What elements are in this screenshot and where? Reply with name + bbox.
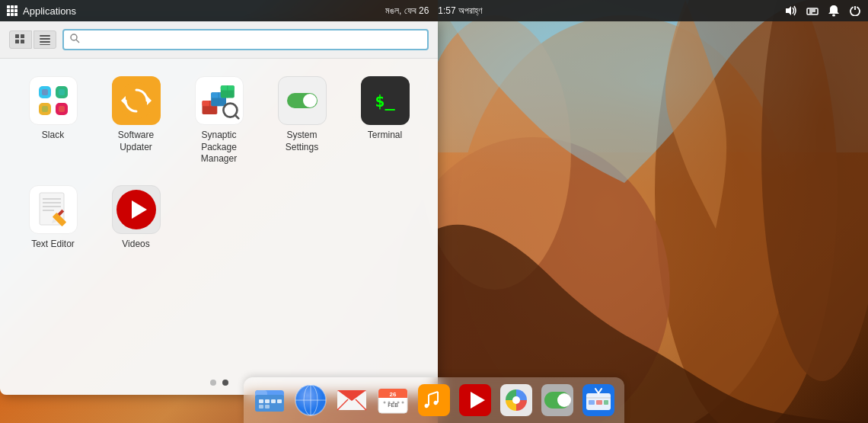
svg-rect-8 (14, 5, 18, 8)
list-view-button[interactable] (34, 30, 56, 49)
dock-item-files[interactable] (251, 382, 288, 418)
view-toggle (9, 30, 56, 49)
svg-rect-21 (15, 34, 19, 38)
software-updater-label: Software Updater (106, 130, 167, 153)
svg-rect-27 (40, 41, 50, 43)
svg-point-90 (384, 402, 386, 404)
svg-rect-37 (42, 106, 48, 112)
svg-point-92 (393, 402, 395, 404)
svg-rect-28 (40, 44, 50, 45)
panel-right (784, 4, 862, 18)
svg-line-52 (235, 115, 238, 119)
notification-icon[interactable] (827, 4, 841, 18)
grid-view-button[interactable] (9, 30, 32, 49)
dock-item-browser[interactable] (292, 382, 329, 418)
launcher-toolbar (0, 21, 438, 59)
svg-line-30 (76, 40, 79, 43)
slack-label: Slack (42, 130, 64, 142)
svg-rect-112 (604, 400, 608, 405)
panel-center: মঙল, ফেব 26 1:57 অপরাহ্ণ (385, 5, 483, 16)
search-icon (70, 34, 80, 46)
svg-point-54 (303, 94, 317, 107)
dock-item-music[interactable] (416, 382, 452, 418)
system-settings-label: System Settings (272, 130, 333, 153)
dock-item-photos[interactable] (498, 382, 535, 418)
svg-rect-36 (59, 89, 65, 95)
svg-point-94 (402, 402, 404, 404)
svg-rect-38 (59, 106, 65, 112)
app-item-system-settings[interactable]: System Settings (264, 70, 340, 171)
app-launcher: Slack Software Updater (0, 21, 438, 395)
svg-point-91 (388, 402, 391, 404)
videos-icon (112, 185, 161, 234)
svg-rect-95 (418, 384, 450, 416)
svg-rect-25 (40, 35, 50, 37)
svg-rect-35 (42, 89, 48, 95)
app-item-software-updater[interactable]: Software Updater (98, 70, 174, 171)
terminal-label: Terminal (368, 130, 402, 142)
taskbar: 26 FEB (244, 377, 624, 423)
text-editor-label: Text Editor (31, 239, 75, 251)
svg-rect-111 (596, 400, 602, 405)
svg-rect-6 (7, 5, 10, 8)
dot-1[interactable] (210, 380, 216, 386)
network-icon[interactable] (806, 4, 819, 18)
app-item-text-editor[interactable]: Text Editor (15, 179, 91, 257)
svg-point-29 (71, 34, 77, 40)
applications-icon (6, 5, 18, 17)
svg-rect-69 (265, 399, 270, 403)
panel-date: মঙল, ফেব 26 (385, 5, 429, 16)
svg-rect-14 (14, 13, 18, 16)
app-item-terminal[interactable]: $_ Terminal (347, 70, 423, 171)
dock-item-settings[interactable] (539, 382, 576, 418)
svg-rect-7 (11, 5, 14, 8)
svg-rect-10 (11, 9, 14, 12)
dock-item-calendar[interactable]: 26 FEB (375, 382, 411, 418)
search-box[interactable] (62, 29, 429, 50)
svg-point-103 (512, 396, 520, 404)
svg-rect-12 (7, 13, 10, 16)
synaptic-icon (195, 76, 244, 125)
dot-2[interactable] (222, 380, 228, 386)
panel-app-label[interactable]: Applications (23, 5, 76, 17)
terminal-icon: $_ (361, 76, 410, 125)
svg-rect-110 (589, 400, 595, 405)
panel-time: 1:57 অপরাহ্ণ (438, 5, 483, 16)
text-editor-icon (29, 185, 78, 234)
svg-rect-23 (15, 40, 19, 43)
search-input[interactable] (85, 34, 421, 46)
panel-left: Applications (6, 5, 76, 17)
synaptic-label: Synaptic Package Manager (189, 130, 250, 165)
videos-label: Videos (122, 239, 149, 251)
app-item-synaptic[interactable]: Synaptic Package Manager (181, 70, 257, 171)
svg-rect-70 (271, 399, 276, 403)
svg-rect-72 (259, 405, 263, 409)
svg-marker-15 (786, 6, 791, 15)
app-grid: Slack Software Updater (0, 59, 438, 370)
dock-item-videos[interactable] (457, 382, 493, 418)
svg-point-93 (397, 402, 400, 404)
app-item-videos[interactable]: Videos (98, 179, 174, 257)
svg-rect-68 (259, 399, 263, 403)
svg-rect-9 (7, 9, 10, 12)
svg-rect-11 (14, 9, 18, 12)
svg-rect-24 (21, 40, 24, 43)
power-icon[interactable] (848, 4, 862, 18)
svg-point-20 (832, 14, 835, 17)
software-updater-icon (112, 76, 161, 125)
system-settings-icon (278, 76, 327, 125)
svg-rect-22 (21, 34, 24, 38)
sound-icon[interactable] (784, 4, 798, 18)
slack-icon (29, 76, 78, 125)
dock-item-store[interactable] (580, 382, 617, 418)
svg-text:26: 26 (390, 391, 397, 398)
dock-item-mail[interactable] (333, 382, 370, 418)
app-item-slack[interactable]: Slack (15, 70, 91, 171)
svg-rect-13 (11, 13, 14, 16)
svg-point-106 (557, 393, 571, 407)
top-panel: Applications মঙল, ফেব 26 1:57 অপরাহ্ণ (0, 0, 868, 21)
terminal-icon-text: $_ (375, 91, 395, 111)
svg-rect-71 (277, 399, 282, 403)
svg-rect-26 (40, 38, 50, 40)
svg-rect-73 (265, 405, 270, 409)
